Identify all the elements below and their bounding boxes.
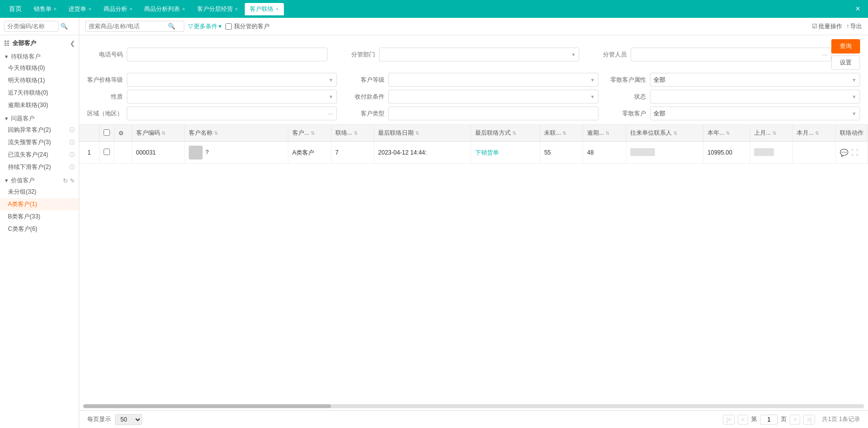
filter-person-input[interactable]: ··· bbox=[631, 48, 831, 61]
nav-tab-2-close[interactable]: × bbox=[129, 6, 132, 12]
sidebar-item-declining[interactable]: 持续下滑客户(2) ⓘ bbox=[0, 161, 79, 173]
filter-price-level-label: 客户价格等级 bbox=[87, 76, 127, 84]
nav-tab-1-close[interactable]: × bbox=[88, 6, 91, 12]
sidebar-group-value[interactable]: ▼ 价值客户 ↻ ✎ bbox=[0, 173, 79, 186]
more-conditions-btn[interactable]: ▽ 更多条件 ▾ bbox=[188, 22, 221, 31]
select-all-checkbox[interactable] bbox=[104, 129, 110, 136]
refresh-icon[interactable]: ↻ bbox=[63, 177, 68, 184]
sidebar-item-churned[interactable]: 已流失客户(24) ⓘ bbox=[0, 149, 79, 161]
th-last-month[interactable]: 上月... ⇅ bbox=[750, 125, 793, 142]
filter-dept-input[interactable]: ▼ bbox=[379, 48, 580, 61]
settings-button[interactable]: 设置 bbox=[831, 55, 860, 70]
th-code[interactable]: 客户编码 ⇅ bbox=[132, 125, 184, 142]
filter-row-1: 电话号码 分管部门 ▼ 分管人员 ··· bbox=[87, 39, 860, 70]
filter-phone: 电话号码 bbox=[87, 48, 327, 61]
page-size-select[interactable]: 50 100 200 bbox=[115, 414, 142, 425]
sidebar-search-icon[interactable]: 🔍 bbox=[60, 23, 68, 30]
nav-tab-3-close[interactable]: × bbox=[182, 6, 185, 12]
th-this-month[interactable]: 本月... ⇅ bbox=[793, 125, 836, 142]
filter-customer-type-input[interactable] bbox=[388, 107, 598, 120]
group-pending-label: 待联络客户 bbox=[11, 53, 41, 61]
th-unit-contact[interactable]: 往来单位联系人 ⇅ bbox=[626, 125, 703, 142]
message-icon[interactable]: 💬 bbox=[840, 149, 848, 157]
th-settings[interactable]: ⚙ bbox=[114, 125, 132, 142]
retail-attr-value: 全部 bbox=[653, 76, 665, 84]
filter-phone-input[interactable] bbox=[127, 48, 327, 61]
prev-page-btn[interactable]: < bbox=[738, 415, 748, 425]
nav-tab-5-close[interactable]: × bbox=[275, 6, 278, 12]
scroll-track[interactable] bbox=[83, 404, 864, 408]
nav-tab-5[interactable]: 客户联络 × bbox=[245, 3, 283, 15]
filter-price-level-input[interactable]: ▼ bbox=[127, 73, 337, 87]
sidebar-item-class-b[interactable]: B类客户(33) bbox=[0, 211, 79, 223]
filter-search-input[interactable] bbox=[89, 23, 168, 30]
sidebar-item-class-a[interactable]: A类客户(1) bbox=[0, 198, 79, 211]
nav-tab-4-close[interactable]: × bbox=[235, 6, 238, 12]
qr-icon[interactable]: ⛶ bbox=[851, 149, 858, 157]
th-year[interactable]: 本年... ⇅ bbox=[704, 125, 750, 142]
sidebar-item-7days[interactable]: 近7天待联络(0) bbox=[0, 87, 79, 99]
sidebar-item-today-label: 今天待联络(0) bbox=[8, 64, 75, 72]
th-last-method[interactable]: 最后联络方式 ⇅ bbox=[471, 125, 540, 142]
filter-customer-type: 客户类型 bbox=[349, 107, 598, 120]
sidebar-item-churn-warning[interactable]: 流失预警客户(3) ⓘ bbox=[0, 136, 79, 149]
th-no-contact-label: 未联... ⇅ bbox=[544, 129, 566, 137]
sidebar-collapse-icon[interactable]: ❮ bbox=[70, 40, 75, 47]
chevron-down-icon: ▾ bbox=[218, 23, 221, 30]
th-check[interactable] bbox=[99, 125, 114, 142]
th-no-contact[interactable]: 未联... ⇅ bbox=[540, 125, 583, 142]
nav-tab-1[interactable]: 进货单 × bbox=[63, 3, 96, 15]
nav-home[interactable]: 首页 bbox=[4, 2, 27, 15]
sidebar-group-problem[interactable]: ▼ 问题客户 bbox=[0, 111, 79, 124]
edit-icon[interactable]: ✎ bbox=[70, 177, 75, 184]
batch-op-btn[interactable]: ☑ 批量操作 bbox=[812, 22, 842, 31]
sidebar-item-ungrouped[interactable]: 未分组(32) bbox=[0, 186, 79, 198]
th-last-date[interactable]: 最后联络日期 ⇅ bbox=[374, 125, 471, 142]
filter-nature-input[interactable]: ▼ bbox=[127, 90, 337, 104]
sidebar-item-today[interactable]: 今天待联络(0) bbox=[0, 62, 79, 74]
window-close-icon[interactable]: × bbox=[852, 4, 864, 13]
nav-tab-2[interactable]: 商品分析 × bbox=[99, 3, 137, 15]
my-customers-filter[interactable]: 我分管的客户 bbox=[225, 22, 270, 31]
sidebar-item-overdue[interactable]: 逾期未联络(30) bbox=[0, 99, 79, 111]
gear-icon[interactable]: ⚙ bbox=[118, 130, 124, 137]
page-of-label: 页 bbox=[781, 415, 787, 424]
filter-search-box[interactable]: 🔍 bbox=[85, 21, 184, 32]
next-page-btn[interactable]: > bbox=[790, 415, 800, 425]
filter-customer-level-input[interactable]: ▼ bbox=[388, 73, 598, 87]
filter-status-input[interactable]: ▼ bbox=[650, 90, 860, 104]
first-page-btn[interactable]: |< bbox=[723, 415, 735, 425]
last-page-btn[interactable]: >| bbox=[803, 415, 815, 425]
th-level[interactable]: 客户... ⇅ bbox=[288, 125, 331, 142]
sidebar-item-tomorrow[interactable]: 明天待联络(1) bbox=[0, 74, 79, 87]
sidebar-item-class-c[interactable]: C类客户(6) bbox=[0, 223, 79, 235]
sidebar-group-pending[interactable]: ▼ 待联络客户 bbox=[0, 50, 79, 62]
filter-retail-customer-input[interactable]: 全部 ▼ bbox=[650, 107, 860, 120]
last-method-link[interactable]: 下销货单 bbox=[475, 149, 499, 156]
filter-payment-input[interactable]: ▼ bbox=[388, 90, 598, 104]
filter-search-icon[interactable]: 🔍 bbox=[168, 23, 175, 30]
nav-tab-4[interactable]: 客户分层经营 × bbox=[192, 3, 243, 15]
th-contacts[interactable]: 联络... ⇅ bbox=[331, 125, 374, 142]
page-input[interactable] bbox=[760, 415, 778, 425]
th-name[interactable]: 客户名称 ⇅ bbox=[184, 125, 288, 142]
filter-region-input[interactable]: ··· bbox=[127, 107, 337, 120]
nav-tab-0-close[interactable]: × bbox=[54, 6, 56, 12]
sidebar-search-input[interactable] bbox=[4, 21, 58, 32]
scroll-thumb[interactable] bbox=[83, 404, 331, 408]
sidebar-item-repurchase-abnormal[interactable]: 回购异常客户(2) ⓘ bbox=[0, 124, 79, 136]
export-btn[interactable]: ↑ 导出 bbox=[846, 22, 862, 31]
filter-actions: ☑ 批量操作 ↑ 导出 bbox=[812, 22, 862, 31]
group-value-label: 价值客户 bbox=[11, 176, 35, 185]
row-checkbox[interactable] bbox=[104, 149, 110, 155]
th-overdue[interactable]: 逾期... ⇅ bbox=[583, 125, 626, 142]
horizontal-scrollbar[interactable] bbox=[79, 402, 868, 410]
nav-tab-0[interactable]: 销售单 × bbox=[29, 3, 61, 15]
my-customers-checkbox[interactable] bbox=[225, 23, 232, 30]
cell-check[interactable] bbox=[99, 142, 114, 164]
nav-tab-3[interactable]: 商品分析列表 × bbox=[139, 3, 190, 15]
table-header-row: ⚙ 客户编码 ⇅ 客户名称 ⇅ bbox=[79, 125, 868, 142]
advanced-filter-panel: 电话号码 分管部门 ▼ 分管人员 ··· bbox=[79, 35, 868, 125]
filter-retail-attr-input[interactable]: 全部 ▼ bbox=[650, 73, 860, 87]
query-button[interactable]: 查询 bbox=[831, 39, 860, 54]
